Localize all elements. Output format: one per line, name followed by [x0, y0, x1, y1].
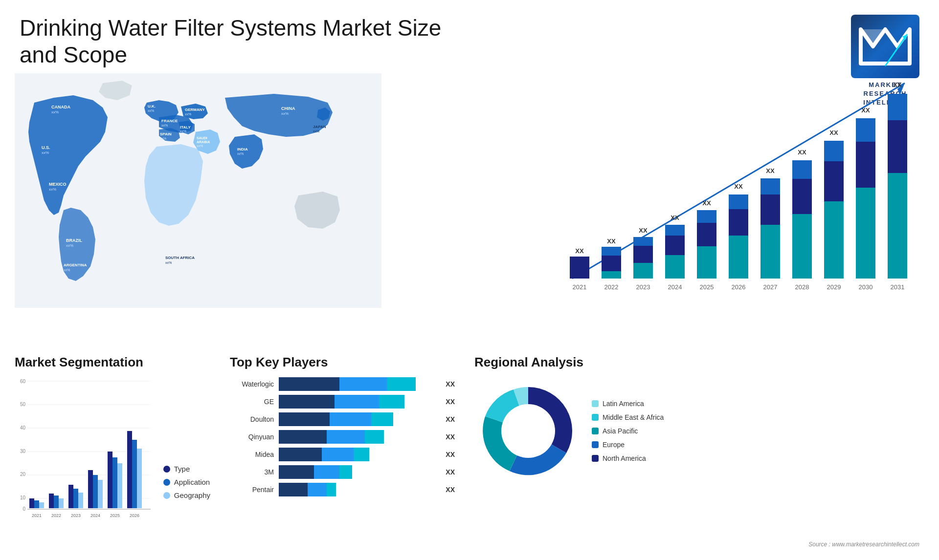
seg-chart-wrapper: 60 50 40 30 20 10 0: [15, 377, 210, 514]
bar-dark: [279, 395, 335, 409]
reg-label-na: North America: [603, 454, 646, 462]
player-bar-container: [279, 395, 438, 409]
svg-rect-83: [856, 188, 875, 279]
reg-label-mea: Middle East & Africa: [603, 413, 664, 421]
svg-text:2023: 2023: [71, 513, 81, 518]
svg-text:2031: 2031: [891, 283, 905, 291]
svg-rect-109: [54, 495, 59, 508]
map-section: CANADA xx% U.S. xx% MEXICO xx% BRAZIL xx…: [15, 73, 381, 308]
svg-rect-112: [68, 485, 73, 508]
player-bar-container: [279, 448, 438, 461]
svg-text:xx%: xx%: [185, 112, 191, 116]
svg-rect-61: [729, 194, 748, 209]
player-name: Doulton: [230, 415, 274, 423]
svg-text:XX: XX: [861, 107, 870, 114]
player-row: Doulton XX: [230, 412, 455, 426]
bar-mid: [339, 377, 387, 391]
svg-rect-66: [760, 178, 780, 194]
svg-text:XX: XX: [575, 247, 584, 255]
reg-dot-na: [592, 455, 599, 462]
player-row: Waterlogic XX: [230, 377, 455, 391]
player-row: Qinyuan XX: [230, 430, 455, 444]
svg-rect-62: [729, 209, 748, 236]
svg-text:50: 50: [20, 402, 26, 407]
svg-rect-82: [856, 142, 875, 188]
legend-label-type: Type: [174, 465, 190, 473]
bar-light: [354, 448, 370, 461]
svg-rect-105: [34, 500, 39, 508]
svg-marker-1: [861, 29, 885, 46]
reg-label-apac: Asia Pacific: [603, 427, 638, 435]
seg-bars: 60 50 40 30 20 10 0: [15, 377, 154, 514]
svg-text:XX: XX: [734, 183, 743, 190]
player-bar-container: [279, 412, 438, 426]
svg-text:ARGENTINA: ARGENTINA: [64, 263, 87, 267]
svg-rect-76: [824, 141, 844, 161]
svg-rect-117: [93, 475, 98, 508]
player-name: Pentair: [230, 486, 274, 494]
svg-text:2029: 2029: [827, 283, 841, 291]
bar-mid: [335, 395, 379, 409]
reg-legend-item-apac: Asia Pacific: [592, 427, 664, 435]
svg-rect-81: [856, 118, 875, 142]
svg-text:XX: XX: [766, 167, 775, 174]
svg-rect-47: [633, 246, 653, 263]
svg-text:2026: 2026: [732, 283, 746, 291]
reg-legend-item-europe: Europe: [592, 441, 664, 449]
svg-text:xx%: xx%: [180, 129, 186, 133]
svg-rect-114: [78, 493, 83, 508]
svg-rect-116: [88, 470, 93, 508]
svg-text:xx%: xx%: [313, 129, 319, 133]
bar-dark: [279, 448, 322, 461]
svg-text:xx%: xx%: [237, 152, 244, 155]
svg-rect-72: [792, 179, 812, 214]
svg-text:2025: 2025: [700, 283, 714, 291]
svg-rect-71: [792, 160, 812, 179]
svg-rect-57: [697, 223, 716, 246]
legend-label-application: Application: [174, 478, 210, 486]
segmentation-title: Market Segmentation: [15, 355, 210, 370]
svg-rect-121: [112, 457, 117, 508]
bar-dark: [279, 465, 314, 479]
svg-text:60: 60: [20, 379, 26, 384]
svg-text:XX: XX: [798, 149, 806, 156]
player-name: Midea: [230, 451, 274, 458]
svg-rect-67: [760, 194, 780, 225]
svg-text:xx%: xx%: [49, 187, 56, 192]
svg-text:xx%: xx%: [161, 124, 168, 127]
svg-point-129: [501, 404, 555, 458]
svg-text:JAPAN: JAPAN: [313, 125, 326, 129]
svg-rect-56: [697, 210, 716, 223]
bar-chart-container: XX 2021 XX 2022 XX 2023 XX 2024 XX: [543, 64, 924, 308]
legend-dot-geography: [163, 492, 170, 499]
svg-text:2022: 2022: [604, 283, 619, 291]
legend-item-application: Application: [163, 478, 210, 486]
svg-text:GERMANY: GERMANY: [185, 108, 205, 112]
player-row: 3M XX: [230, 465, 455, 479]
svg-text:20: 20: [20, 472, 26, 477]
svg-text:xx%: xx%: [160, 137, 166, 140]
svg-rect-41: [602, 247, 621, 256]
svg-text:XX: XX: [893, 81, 902, 88]
bar-light: [387, 377, 416, 391]
svg-text:2021: 2021: [573, 283, 587, 291]
svg-rect-87: [888, 120, 907, 173]
bar-light: [379, 395, 404, 409]
player-row: Pentair XX: [230, 483, 455, 496]
svg-rect-43: [602, 271, 621, 279]
svg-rect-78: [824, 201, 844, 279]
player-name: Qinyuan: [230, 433, 274, 441]
legend-item-geography: Geography: [163, 491, 210, 499]
svg-rect-73: [792, 214, 812, 279]
bar-mid: [330, 412, 371, 426]
player-name: Waterlogic: [230, 380, 274, 388]
svg-rect-88: [888, 173, 907, 279]
reg-label-latin: Latin America: [603, 400, 644, 408]
svg-text:SPAIN: SPAIN: [160, 132, 172, 136]
svg-rect-51: [665, 225, 685, 236]
legend-dot-application: [163, 479, 170, 486]
svg-text:30: 30: [20, 449, 26, 454]
donut-chart: [474, 377, 582, 485]
svg-rect-126: [137, 449, 142, 508]
player-bar-container: [279, 483, 438, 496]
